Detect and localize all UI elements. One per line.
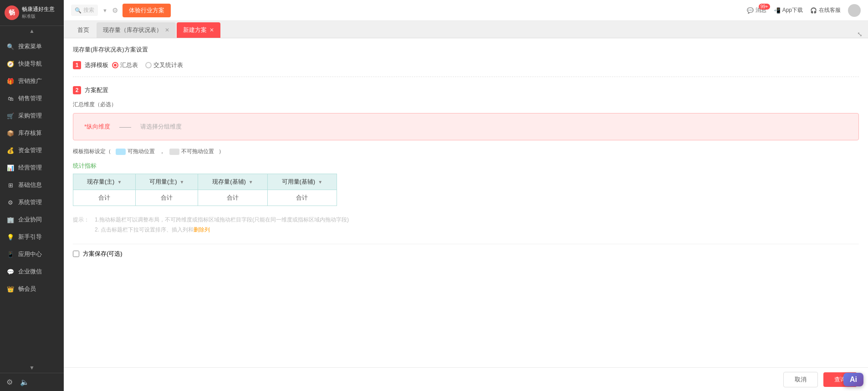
fixed-label: 不可拖动位置 [181,148,214,155]
action-bar: 取消 查询 [64,367,868,391]
radio-summary-label: 汇总表 [120,61,138,69]
chart-icon: 📊 [6,164,15,172]
app-logo-icon: 畅 [5,5,19,20]
draggable-box [116,149,126,155]
dimension-dash: —— [119,123,131,130]
search-placeholder: 搜索 [83,6,94,14]
sidebar-item-purchase[interactable]: 🛒 采购管理 [0,107,64,124]
dropdown-icon[interactable]: ▼ [102,8,107,13]
tip-1: 提示： 1.拖动标题栏可以调整布局，不可跨维度或指标区域拖动栏目字段(只能在同一… [73,215,859,225]
sidebar-item-shortcut[interactable]: 🧭 快捷导航 [0,55,64,72]
sidebar-item-operations[interactable]: 📊 经营管理 [0,159,64,176]
message-button[interactable]: 💬 消息 99+ [747,6,766,14]
agg-label: 汇总维度（必选） [73,101,859,108]
sidebar-item-label: 基础信息 [18,181,42,189]
tab-collapse-btn[interactable]: ⤡ [852,31,868,38]
gear-icon: ⚙ [6,198,15,206]
sidebar-item-label: 搜索菜单 [18,42,42,51]
page-title: 现存量(库存状况表)方案设置 [73,46,859,54]
sidebar-item-app-center[interactable]: 📱 应用中心 [0,246,64,263]
download-icon: 📲 [774,7,781,14]
tab-new-scheme-label: 新建方案 [183,26,207,34]
shopping-icon: 🛍 [6,94,15,103]
dimension-box[interactable]: *纵向维度 —— 请选择分组维度 [73,113,859,140]
sidebar-item-member[interactable]: 👑 畅会员 [0,280,64,298]
step1-divider [73,77,859,77]
cancel-button[interactable]: 取消 [783,372,818,387]
sidebar-scroll-up[interactable]: ▲ [0,26,64,36]
col-2-chevron: ▼ [180,180,184,185]
apps-icon: 📱 [6,250,15,258]
col-3-label: 现存量(基辅) [212,178,246,186]
sidebar-item-basic[interactable]: ⊞ 基础信息 [0,176,64,194]
industry-plan-button[interactable]: 体验行业方案 [123,4,171,17]
search-icon: 🔍 [6,42,15,51]
sidebar-item-search[interactable]: 🔍 搜索菜单 [0,38,64,55]
topbar-search[interactable]: 🔍 搜索 [71,5,98,16]
app-edition: 标准版 [22,13,55,20]
tab-new-scheme[interactable]: 新建方案 ✕ [177,22,220,38]
sidebar-item-marketing[interactable]: 🎁 营销推广 [0,72,64,90]
tab-home[interactable]: 首页 [71,22,96,38]
sidebar-item-label: 经营管理 [18,164,42,172]
main-area: 🔍 搜索 ▼ ⚙ 体验行业方案 💬 消息 99+ 📲 App下载 🎧 在线客服 [64,0,868,391]
radio-summary[interactable]: 汇总表 [112,61,138,69]
save-checkbox[interactable] [73,251,79,257]
sidebar-item-newbie[interactable]: 💡 新手引导 [0,228,64,246]
settings-top-icon[interactable]: ⚙ [112,6,118,15]
sidebar-item-sales[interactable]: 🛍 销售管理 [0,90,64,107]
draggable-label: 可拖动位置 [128,148,155,155]
ai-badge[interactable]: Ai [843,373,863,386]
sidebar-logo: 畅 畅康通好生意 标准版 [0,0,64,26]
sidebar-item-label: 销售管理 [18,94,42,103]
cell-3: 合计 [198,190,267,206]
sidebar-item-wechat[interactable]: 💬 企业微信 [0,263,64,280]
step1-title: 选择模板 [85,61,108,69]
step2-header: 2 方案配置 [73,86,859,94]
app-download-button[interactable]: 📲 App下载 [774,6,803,14]
step2-title: 方案配置 [85,86,108,94]
tabbar: 首页 现存量（库存状况表） ✕ 新建方案 ✕ ⤡ [64,21,868,38]
dimension-required: *纵向维度 [84,123,110,131]
tip-2: 2. 点击标题栏下拉可设置排序、插入列和删除列 [73,225,859,235]
online-service-button[interactable]: 🎧 在线客服 [810,6,841,14]
col-header-1[interactable]: 现存量(主) ▼ [73,174,136,190]
template-radio-group: 汇总表 交叉统计表 [112,61,183,69]
sidebar-item-system[interactable]: ⚙ 系统管理 [0,194,64,211]
sidebar-item-finance[interactable]: 💰 资金管理 [0,142,64,159]
col-header-2[interactable]: 可用量(主) ▼ [136,174,198,190]
lightbulb-icon: 💡 [6,233,15,241]
step1-section: 1 选择模板 汇总表 交叉统计表 [73,61,859,77]
purchase-icon: 🛒 [6,112,15,120]
tab-inventory[interactable]: 现存量（库存状况表） ✕ [97,22,176,38]
save-row: 方案保存(可选) [73,244,859,258]
sound-icon[interactable]: 🔈 [20,378,29,386]
sidebar-item-label: 新手引导 [18,233,42,241]
col-header-3[interactable]: 现存量(基辅) ▼ [198,174,267,190]
topbar-right: 💬 消息 99+ 📲 App下载 🎧 在线客服 [747,4,861,17]
radio-cross[interactable]: 交叉统计表 [145,61,183,69]
content-area: 现存量(库存状况表)方案设置 1 选择模板 汇总表 交叉统计表 [64,38,868,367]
indicator-fixed-item: 不可拖动位置 [169,148,214,155]
tab-inventory-label: 现存量（库存状况表） [103,26,162,34]
topbar: 🔍 搜索 ▼ ⚙ 体验行业方案 💬 消息 99+ 📲 App下载 🎧 在线客服 [64,0,868,21]
settings-icon[interactable]: ⚙ [6,378,13,386]
cell-2: 合计 [136,190,198,206]
compass-icon: 🧭 [6,60,15,68]
sidebar-item-inventory[interactable]: 📦 库存核算 [0,124,64,142]
tab-new-scheme-close[interactable]: ✕ [209,27,214,33]
sidebar-item-label: 企业协同 [18,216,42,224]
user-avatar[interactable] [848,4,861,17]
stats-table: 现存量(主) ▼ 可用量(主) ▼ [73,174,337,206]
cell-4: 合计 [267,190,337,206]
sidebar-item-label: 采购管理 [18,112,42,120]
sidebar-item-enterprise[interactable]: 🏢 企业协同 [0,211,64,228]
tab-inventory-close[interactable]: ✕ [165,27,169,33]
col-header-4[interactable]: 可用量(基辅) ▼ [267,174,337,190]
sidebar-item-label: 应用中心 [18,250,42,258]
app-name-block: 畅康通好生意 标准版 [22,6,55,20]
sidebar-scroll-down[interactable]: ▼ [0,363,64,373]
gift-icon: 🎁 [6,77,15,85]
stats-label: 统计指标 [73,162,859,170]
col-1-label: 现存量(主) [87,178,115,186]
